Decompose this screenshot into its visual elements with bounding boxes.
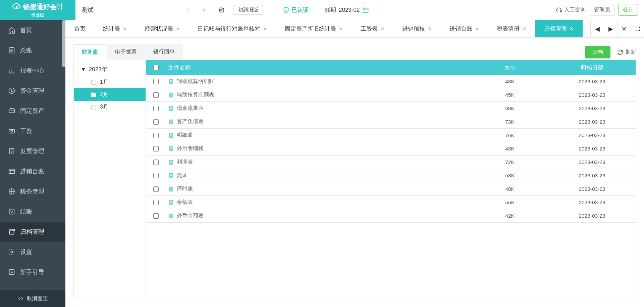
tree-month-1月[interactable]: 1月 (74, 76, 146, 88)
file-date: 2023-03-23 (548, 79, 636, 85)
add-button[interactable] (198, 4, 210, 16)
row-checkbox[interactable] (153, 146, 159, 151)
tree-month-label: 3月 (100, 103, 108, 111)
close-icon[interactable]: ✕ (475, 26, 479, 32)
row-checkbox[interactable] (153, 213, 159, 219)
sidebar-item-tax[interactable]: 税务管理 (0, 181, 65, 202)
role-accountant-button[interactable]: 会计 (619, 4, 638, 16)
close-icon[interactable]: ✕ (176, 26, 180, 32)
brand-logo-icon (12, 2, 21, 11)
tab-首页[interactable]: 首页 (65, 20, 94, 37)
row-checkbox[interactable] (153, 173, 159, 178)
sidebar-pin-toggle[interactable]: 取消固定 (0, 290, 65, 307)
table-row[interactable]: 凭证 53K 2023-03-23 (146, 169, 636, 182)
app-header: 畅捷通好会计 专业版 测试 〉 切到旧版 已认证 账期 2023-02 人工咨询 (0, 0, 644, 20)
row-checkbox[interactable] (153, 79, 159, 84)
tabs-scroll-right[interactable]: ▶ (604, 20, 617, 38)
table-row[interactable]: 余额表 55K 2023-03-23 (146, 196, 636, 209)
row-checkbox[interactable] (153, 119, 159, 125)
tab-label: 税表清册 (497, 25, 520, 33)
salary-icon (8, 127, 15, 135)
sidebar-item-invoice[interactable]: 发票管理 (0, 141, 65, 161)
sidebar-item-guide[interactable]: 新手引导 (0, 262, 65, 282)
sidebar-item-chart[interactable]: 报表中心 (0, 60, 65, 81)
tab-工资表[interactable]: 工资表✕ (352, 20, 393, 37)
row-checkbox[interactable] (153, 106, 159, 111)
period-selector[interactable]: 账期 2023-02 (325, 6, 369, 14)
file-icon (168, 146, 174, 152)
sidebar-item-salary[interactable]: 工资 (0, 121, 65, 141)
row-checkbox[interactable] (153, 200, 159, 205)
guide-icon (8, 268, 15, 276)
close-icon[interactable]: ✕ (380, 26, 385, 32)
subtab-电子发票[interactable]: 电子发票 (107, 44, 145, 60)
table-row[interactable]: 明细账 76K 2023-03-23 (146, 129, 636, 142)
switch-old-version-button[interactable]: 切到旧版 (233, 5, 263, 15)
sidebar-item-home[interactable]: 首页 (0, 20, 65, 40)
table-row[interactable]: 现金流量表 68K 2023-03-23 (146, 102, 636, 115)
sidebar-item-psi[interactable]: 进销台账 (0, 161, 65, 181)
archive-button[interactable]: 归档 (585, 46, 610, 58)
file-icon (168, 173, 174, 179)
sidebar-item-archive[interactable]: 归档管理 (0, 222, 65, 242)
select-all-checkbox[interactable] (153, 65, 159, 70)
tab-税表清册[interactable]: 税表清册✕ (488, 20, 535, 37)
tabs-scroll-left[interactable]: ◀ (590, 20, 604, 38)
sidebar-item-gear[interactable]: 设置 (0, 242, 65, 262)
support-button[interactable]: 人工咨询 (555, 6, 586, 13)
close-icon[interactable]: ✕ (522, 26, 527, 32)
sidebar-item-ledger[interactable]: 总账 (0, 40, 65, 60)
file-date: 2023-03-23 (548, 132, 636, 138)
row-checkbox[interactable] (153, 133, 159, 138)
sidebar-item-label: 工资 (20, 127, 32, 135)
tabs-fullscreen[interactable] (631, 20, 644, 38)
tab-固定资产折旧统计表[interactable]: 固定资产折旧统计表✕ (276, 20, 352, 37)
sidebar-item-close[interactable]: 结账 (0, 202, 65, 222)
table-row[interactable]: 辅助核算明细账 43K 2023-03-23 (146, 75, 636, 88)
table-row[interactable]: 辅助核算余额表 45K 2023-03-23 (146, 88, 636, 102)
row-checkbox[interactable] (153, 92, 159, 98)
row-checkbox[interactable] (153, 186, 159, 192)
sidebar-item-money[interactable]: 资金管理 (0, 81, 65, 101)
subtab-银行回单[interactable]: 银行回单 (145, 44, 183, 60)
close-icon[interactable]: ✕ (123, 26, 127, 32)
tree-month-3月[interactable]: 3月 (74, 101, 146, 113)
file-name: 外币余额表 (177, 212, 204, 219)
folder-tree: ▼ 2023年 1月2月3月 (74, 60, 146, 299)
subtab-财务账[interactable]: 财务账 (73, 44, 106, 60)
close-icon[interactable]: ✕ (263, 26, 267, 32)
close-icon[interactable]: ✕ (428, 26, 432, 32)
money-icon (8, 87, 15, 94)
tab-统计表[interactable]: 统计表✕ (94, 20, 136, 37)
sidebar-scrollbar[interactable] (62, 20, 65, 67)
row-checkbox[interactable] (153, 160, 159, 165)
account-set-selector[interactable]: 测试 〉 (82, 6, 192, 14)
close-icon[interactable]: ✕ (339, 26, 343, 32)
content-area: 财务账电子发票银行回单 归档 刷新 ▼ 2023年 1月2月3月 文件名称 大小… (65, 38, 644, 307)
folder-icon (91, 104, 97, 110)
table-row[interactable]: 外币明细账 43K 2023-03-23 (146, 142, 636, 156)
table-row[interactable]: 资产负债表 73K 2023-03-23 (146, 115, 636, 129)
sidebar-item-asset[interactable]: 固定资产 (0, 101, 65, 121)
file-icon (168, 159, 174, 165)
close-icon[interactable]: ✕ (570, 26, 574, 32)
tab-label: 经营状况表 (145, 25, 173, 33)
svg-rect-1 (363, 8, 368, 12)
tab-经营状况表[interactable]: 经营状况表✕ (136, 20, 189, 37)
tree-year-node[interactable]: ▼ 2023年 (74, 63, 146, 76)
tab-进销台账[interactable]: 进销台账✕ (441, 20, 488, 37)
tab-进销稽核[interactable]: 进销稽核✕ (393, 20, 441, 37)
tree-month-2月[interactable]: 2月 (74, 88, 146, 101)
refresh-label: 刷新 (625, 49, 636, 56)
table-row[interactable]: 序时账 48K 2023-03-23 (146, 182, 636, 196)
table-row[interactable]: 利润表 72K 2023-03-23 (146, 156, 636, 169)
tabs-close-all[interactable]: ✕ (617, 20, 631, 38)
table-row[interactable]: 外币余额表 42K 2023-03-23 (146, 209, 636, 223)
brand-subtitle: 专业版 (31, 12, 44, 18)
refresh-button[interactable]: 刷新 (617, 49, 636, 56)
file-date: 2023-03-23 (548, 146, 636, 152)
tab-日记账与银行对账单核对[interactable]: 日记账与银行对账单核对✕ (189, 20, 276, 37)
role-admin-button[interactable]: 管理员 (590, 4, 614, 16)
tab-归档管理[interactable]: 归档管理✕ (535, 20, 583, 37)
settings-button[interactable] (216, 4, 227, 16)
